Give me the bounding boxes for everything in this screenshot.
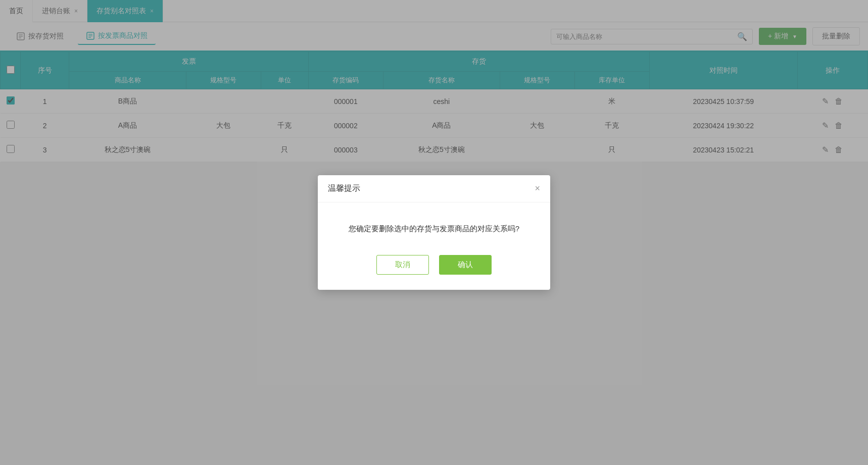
overlay: 温馨提示 × 您确定要删除选中的存货与发票商品的对应关系吗? 取消 确认 xyxy=(0,0,868,162)
